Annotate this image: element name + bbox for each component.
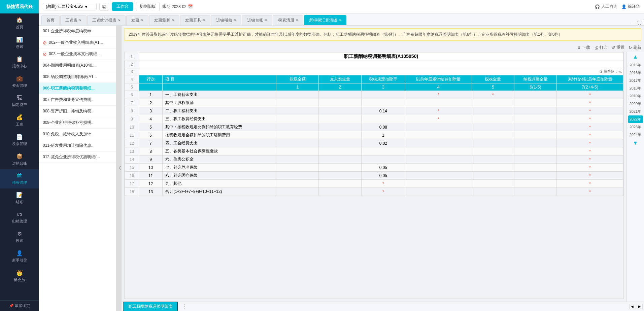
cell-item-6[interactable]: 一、工资薪金支出 bbox=[163, 91, 276, 99]
cell-c5-16[interactable] bbox=[472, 172, 514, 180]
left-item-006[interactable]: 006-职工薪酬纳税调整明细... bbox=[39, 83, 116, 94]
cell-c1-15[interactable] bbox=[276, 164, 319, 172]
tab-income-tax-close[interactable]: ✕ bbox=[339, 19, 341, 22]
left-item-009[interactable]: 009-企业所得税弥补亏损明... bbox=[39, 117, 116, 129]
calendar-icon[interactable]: 📅 bbox=[188, 4, 193, 9]
cell-c7-6[interactable]: * bbox=[557, 91, 623, 99]
sheet-nav-left[interactable]: ◀ bbox=[629, 304, 635, 309]
cell-c6-17[interactable] bbox=[514, 180, 556, 188]
tab-purchase-check[interactable]: 进销稽核 ✕ bbox=[211, 15, 241, 25]
support-button[interactable]: 🎧 人工咨询 bbox=[595, 4, 617, 9]
cell-c1-12[interactable] bbox=[276, 139, 319, 147]
left-item-011[interactable]: 011-研发费用加计扣除优惠... bbox=[39, 140, 116, 151]
cell-c6-8[interactable] bbox=[514, 107, 556, 115]
sidebar-item-funds[interactable]: 💼 资金管理 bbox=[0, 72, 39, 92]
cell-c3-17[interactable]: * bbox=[361, 180, 405, 188]
cell-c2-12[interactable] bbox=[319, 139, 361, 147]
tab-purchase-check-close[interactable]: ✕ bbox=[234, 19, 236, 22]
cell-c7-14[interactable]: * bbox=[557, 156, 623, 164]
cell-c6-16[interactable] bbox=[514, 172, 556, 180]
left-item-012[interactable]: 012-减免企业所得税优惠明细(... bbox=[39, 151, 116, 163]
left-item-002[interactable]: ⊘ 002-一般企业收入明细表(A1... bbox=[39, 37, 116, 48]
cell-c3-16[interactable]: 0.05 bbox=[361, 172, 405, 180]
year-item[interactable]: 2024年 bbox=[628, 131, 643, 139]
cell-c7-13[interactable]: * bbox=[557, 147, 623, 156]
tab-salary[interactable]: 工资表 ✕ bbox=[60, 15, 87, 25]
cell-c6-15[interactable] bbox=[514, 164, 556, 172]
year-item[interactable]: 2022年 bbox=[628, 115, 643, 123]
year-item[interactable]: 2016年 bbox=[628, 69, 643, 77]
cell-c1-6[interactable] bbox=[276, 91, 319, 99]
cell-c2-15[interactable] bbox=[319, 164, 361, 172]
cell-c4-8[interactable]: * bbox=[405, 107, 472, 115]
cell-c3-12[interactable]: 0.02 bbox=[361, 139, 405, 147]
cell-c6-14[interactable] bbox=[514, 156, 556, 164]
cell-c7-15[interactable]: * bbox=[557, 164, 623, 172]
cell-c7-8[interactable]: * bbox=[557, 107, 623, 115]
cell-c5-12[interactable] bbox=[472, 139, 514, 147]
sidebar-item-tax[interactable]: 🏛 税务管理 bbox=[0, 169, 39, 188]
cell-c7-9[interactable]: * bbox=[557, 115, 623, 123]
cell-c1-18[interactable] bbox=[276, 188, 319, 196]
cell-c5-10[interactable] bbox=[472, 123, 514, 131]
cell-c1-14[interactable] bbox=[276, 156, 319, 164]
year-item[interactable]: 2019年 bbox=[628, 92, 643, 100]
cell-c3-10[interactable]: 0.08 bbox=[361, 123, 405, 131]
cell-c4-14[interactable] bbox=[405, 156, 472, 164]
cell-c1-9[interactable] bbox=[276, 115, 319, 123]
cell-item-7[interactable]: 其中：股权激励 bbox=[163, 99, 276, 107]
cell-c1-11[interactable] bbox=[276, 131, 319, 139]
cell-c3-6[interactable] bbox=[361, 91, 405, 99]
cell-c6-12[interactable] bbox=[514, 139, 556, 147]
cell-item-14[interactable]: 六、住房公积金 bbox=[163, 156, 276, 164]
cell-c1-8[interactable] bbox=[276, 107, 319, 115]
cell-c2-14[interactable] bbox=[319, 156, 361, 164]
cell-c7-17[interactable]: * bbox=[557, 180, 623, 188]
tab-invoice-close[interactable]: ✕ bbox=[141, 19, 143, 22]
tab-invoice-calc[interactable]: 发票测算 ✕ bbox=[149, 15, 179, 25]
sidebar-item-guide[interactable]: 👤 新手引导 bbox=[0, 247, 39, 266]
tab-invoice-open[interactable]: 发票开具 ✕ bbox=[180, 15, 210, 25]
cell-c5-14[interactable] bbox=[472, 156, 514, 164]
year-item[interactable]: 2023年 bbox=[628, 123, 643, 131]
cell-c2-6[interactable] bbox=[319, 91, 361, 99]
cell-c7-7[interactable]: * bbox=[557, 99, 623, 107]
cell-item-12[interactable]: 四、工会经费支出 bbox=[163, 139, 276, 147]
sidebar-item-closing[interactable]: 📝 结账 bbox=[0, 188, 39, 208]
cell-c3-11[interactable]: 1 bbox=[361, 131, 405, 139]
cell-c6-9[interactable] bbox=[514, 115, 556, 123]
tab-expand-btn[interactable]: ⛶ bbox=[637, 21, 641, 25]
sheet-nav-right[interactable]: ▶ bbox=[637, 304, 643, 309]
cell-c2-10[interactable] bbox=[319, 123, 361, 131]
left-item-005[interactable]: 005-纳税调整项目明细表(A1... bbox=[39, 71, 116, 83]
cell-c3-18[interactable]: * bbox=[361, 188, 405, 196]
sidebar-item-member[interactable]: 👑 畅会员 bbox=[0, 266, 39, 286]
cell-item-17[interactable]: 九、其他 bbox=[163, 180, 276, 188]
cell-c5-17[interactable] bbox=[472, 180, 514, 188]
copy-icon-btn[interactable]: ⧉ bbox=[99, 3, 109, 11]
cell-c5-11[interactable] bbox=[472, 131, 514, 139]
cell-c2-8[interactable] bbox=[319, 107, 361, 115]
cell-c7-10[interactable]: * bbox=[557, 123, 623, 131]
cell-c2-16[interactable] bbox=[319, 172, 361, 180]
collapse-button[interactable]: 《 bbox=[116, 26, 122, 311]
sidebar-item-settings[interactable]: ⚙ 设置 bbox=[0, 227, 39, 247]
cell-c5-18[interactable] bbox=[472, 188, 514, 196]
cell-c7-11[interactable]: * bbox=[557, 131, 623, 139]
left-item-001[interactable]: 001-企业所得税年度纳税申... bbox=[39, 26, 116, 37]
cell-c6-10[interactable] bbox=[514, 123, 556, 131]
cell-c7-18[interactable]: * bbox=[557, 188, 623, 196]
cell-c2-18[interactable] bbox=[319, 188, 361, 196]
cell-item-13[interactable]: 五、各类基本社会保障性缴款 bbox=[163, 147, 276, 156]
cell-c3-8[interactable]: 0.14 bbox=[361, 107, 405, 115]
cell-c4-9[interactable]: * bbox=[405, 115, 472, 123]
cell-c4-15[interactable] bbox=[405, 164, 472, 172]
cell-c7-12[interactable]: * bbox=[557, 139, 623, 147]
cell-c6-7[interactable] bbox=[514, 99, 556, 107]
year-item[interactable]: 2021年 bbox=[628, 108, 643, 115]
tab-invoice-open-close[interactable]: ✕ bbox=[203, 19, 205, 22]
cell-c3-9[interactable] bbox=[361, 115, 405, 123]
left-item-004[interactable]: 004-期间费用明细表(A1040... bbox=[39, 60, 116, 71]
tab-income-tax[interactable]: 所得税汇算清缴 ✕ bbox=[304, 15, 346, 25]
sidebar-item-archive[interactable]: 🗂 归档管理 bbox=[0, 208, 39, 227]
